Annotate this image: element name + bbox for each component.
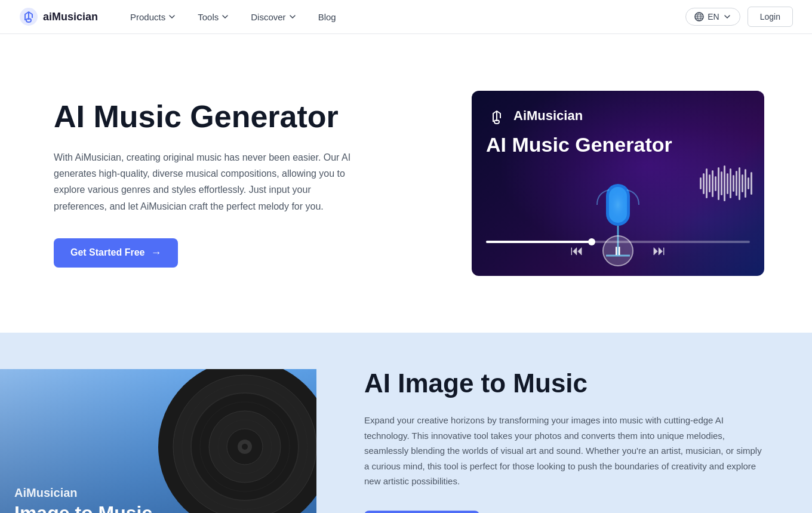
chevron-down-icon xyxy=(168,13,176,21)
waveform-bar xyxy=(748,177,749,189)
logo-icon xyxy=(19,7,38,26)
brand-name: aiMusician xyxy=(43,11,98,23)
card-brand-name: AiMusician xyxy=(513,108,583,124)
waveform-bar xyxy=(715,176,716,191)
login-button[interactable]: Login xyxy=(748,7,793,27)
nav-item-tools[interactable]: Tools xyxy=(189,7,238,27)
waveform-bar xyxy=(730,168,731,198)
waveform xyxy=(700,165,752,201)
nav-tools-label: Tools xyxy=(198,12,219,22)
second-visual-brand: AiMusician xyxy=(14,486,152,500)
nav-item-blog[interactable]: Blog xyxy=(310,7,345,27)
waveform-bar xyxy=(700,177,702,189)
language-button[interactable]: EN xyxy=(685,8,740,26)
chevron-down-icon-tools xyxy=(221,13,229,21)
waveform-bar xyxy=(718,167,719,200)
second-section-description: Expand your creative horizons by transfo… xyxy=(364,413,764,489)
waveform-bar xyxy=(709,174,710,192)
nav-item-discover[interactable]: Discover xyxy=(242,7,304,27)
waveform-bars xyxy=(700,165,752,201)
music-player-card: AiMusician AI Music Generator xyxy=(472,91,764,276)
waveform-bar xyxy=(703,173,705,194)
nav-discover-label: Discover xyxy=(251,12,285,22)
card-header: AiMusician xyxy=(486,105,750,127)
globe-icon xyxy=(694,12,704,21)
waveform-bar xyxy=(739,167,740,200)
navbar-right: EN Login xyxy=(685,7,793,27)
card-logo-icon xyxy=(486,105,508,127)
brand-logo[interactable]: aiMusician xyxy=(19,7,98,26)
waveform-bar xyxy=(721,171,722,195)
chevron-down-icon-lang xyxy=(723,13,731,21)
pause-button[interactable]: ⏸ xyxy=(602,235,633,266)
second-visual-title: Image to Music xyxy=(14,502,152,513)
hero-description: With AiMusician, creating original music… xyxy=(54,149,364,214)
get-started-button[interactable]: Get Started Free → xyxy=(54,238,178,268)
waveform-bar xyxy=(745,169,746,198)
waveform-bar xyxy=(712,170,713,197)
get-started-label: Get Started Free xyxy=(70,247,144,258)
second-visual-text: AiMusician Image to Music xyxy=(14,486,152,513)
second-get-started-button[interactable]: Get Started Free → xyxy=(364,511,479,514)
waveform-bar xyxy=(724,165,725,201)
nav-items: Products Tools Discover Blog xyxy=(122,7,685,27)
second-visual: AiMusician Image to Music xyxy=(0,369,316,513)
hero-title: AI Music Generator xyxy=(54,99,397,135)
card-title: AI Music Generator xyxy=(486,134,750,156)
hero-section: AI Music Generator With AiMusician, crea… xyxy=(0,34,812,333)
language-label: EN xyxy=(708,12,719,21)
waveform-bar xyxy=(727,173,728,194)
hero-visual: AiMusician AI Music Generator xyxy=(397,91,764,276)
nav-products-label: Products xyxy=(130,12,165,22)
svg-rect-4 xyxy=(606,184,630,226)
svg-point-11 xyxy=(242,444,248,450)
waveform-bar xyxy=(706,168,708,198)
fast-forward-button[interactable]: ⏭ xyxy=(653,243,666,259)
vinyl-record-icon xyxy=(155,369,316,513)
waveform-bar xyxy=(751,172,752,195)
waveform-bar xyxy=(733,175,734,192)
navbar: aiMusician Products Tools Discover Blog … xyxy=(0,0,812,34)
rewind-button[interactable]: ⏮ xyxy=(570,243,583,259)
chevron-down-icon-discover xyxy=(288,13,297,21)
player-controls: ⏮ ⏸ ⏭ xyxy=(472,235,764,266)
hero-content: AI Music Generator With AiMusician, crea… xyxy=(54,99,397,268)
second-section: AiMusician Image to Music AI Image to Mu… xyxy=(0,333,812,513)
waveform-bar xyxy=(736,171,737,196)
arrow-right-icon: → xyxy=(150,247,161,259)
nav-blog-label: Blog xyxy=(318,12,336,22)
nav-item-products[interactable]: Products xyxy=(122,7,184,27)
second-content: AI Image to Music Expand your creative h… xyxy=(316,333,812,513)
waveform-bar xyxy=(742,174,743,192)
second-section-title: AI Image to Music xyxy=(364,368,764,398)
